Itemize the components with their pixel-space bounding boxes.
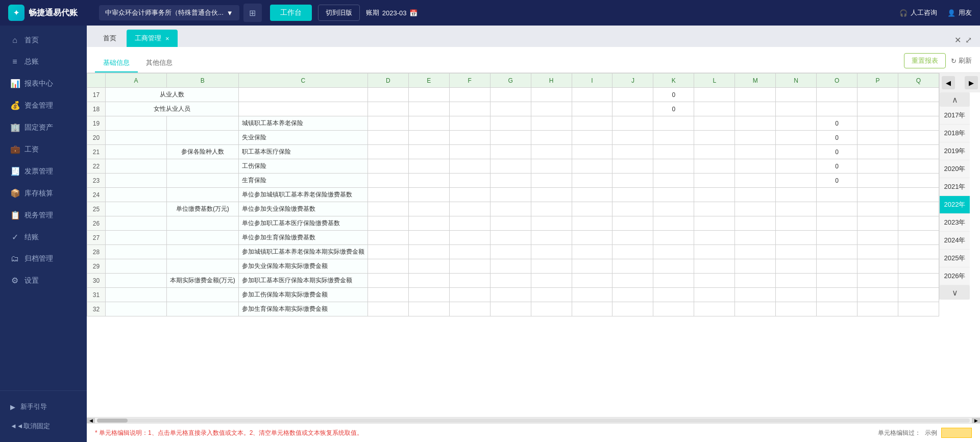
cell-30-q[interactable] [898,274,939,288]
cell-25-p[interactable] [857,202,898,216]
cell-27-q[interactable] [898,231,939,245]
cell-21-d[interactable] [368,145,408,159]
cell-24-f[interactable] [449,188,490,202]
close-panel-button[interactable]: ✕ [954,35,961,45]
sidebar-item-reports[interactable]: 📊 报表中心 [0,72,87,94]
cell-31-f[interactable] [449,288,490,302]
cell-20-d[interactable] [368,131,408,145]
year-scroll-down-button[interactable]: ∨ [940,285,970,300]
cell-32-l[interactable] [694,302,735,316]
cell-27-n[interactable] [776,231,817,245]
year-item-2018[interactable]: 2018年 [940,125,970,142]
cell-25-e[interactable] [408,202,449,216]
cell-22-d[interactable] [368,159,408,174]
cell-23-f[interactable] [449,174,490,188]
cell-19-i[interactable] [572,116,612,131]
old-version-button[interactable]: 切到旧版 [318,5,360,21]
cell-22-q[interactable] [898,159,939,174]
reset-report-button[interactable]: 重置报表 [904,53,946,68]
cell-21-g[interactable] [490,145,531,159]
cell-30-g[interactable] [490,274,531,288]
cell-28-e[interactable] [408,245,449,259]
cell-23-i[interactable] [572,174,612,188]
cell-26-q[interactable] [898,216,939,231]
cell-29-g[interactable] [490,259,531,274]
cell-24-g[interactable] [490,188,531,202]
cell-30-e[interactable] [408,274,449,288]
cell-25-a[interactable] [105,202,166,216]
cell-31-q[interactable] [898,288,939,302]
cell-22-j[interactable] [612,159,653,174]
cell-27-e[interactable] [408,231,449,245]
cell-22-a[interactable] [105,159,166,174]
cell-20-c[interactable]: 失业保险 [238,131,368,145]
cell-23-e[interactable] [408,174,449,188]
cell-18-d[interactable] [368,102,408,116]
year-item-2023[interactable]: 2023年 [940,214,970,232]
cell-23-h[interactable] [531,174,572,188]
cell-24-e[interactable] [408,188,449,202]
cell-17-n[interactable] [776,88,817,102]
cell-24-l[interactable] [694,188,735,202]
cell-19-g[interactable] [490,116,531,131]
cell-20-n[interactable] [776,131,817,145]
cell-19-l[interactable] [694,116,735,131]
cell-30-c[interactable]: 参加职工基本医疗保险本期实际缴费金额 [238,274,368,288]
cell-24-a[interactable] [105,188,166,202]
cell-31-a[interactable] [105,288,166,302]
cell-24-n[interactable] [776,188,817,202]
cell-20-j[interactable] [612,131,653,145]
cell-22-f[interactable] [449,159,490,174]
sidebar-item-assets[interactable]: 🏢 固定资产 [0,116,87,138]
cell-28-j[interactable] [612,245,653,259]
cell-17-a[interactable]: 从业人数 [105,88,238,102]
cell-19-d[interactable] [368,116,408,131]
cell-31-b[interactable] [166,288,238,302]
cell-18-k[interactable]: 0 [653,102,694,116]
cell-28-m[interactable] [735,245,776,259]
cell-30-d[interactable] [368,274,408,288]
sidebar-item-settings[interactable]: ⚙ 设置 [0,269,87,291]
cell-24-i[interactable] [572,188,612,202]
cell-20-f[interactable] [449,131,490,145]
sidebar-item-inventory[interactable]: 📦 库存核算 [0,182,87,204]
expand-panel-button[interactable]: ⤢ [965,35,972,45]
cell-32-o[interactable] [817,302,857,316]
cell-30-l[interactable] [694,274,735,288]
cell-28-o[interactable] [817,245,857,259]
cell-29-b[interactable] [166,259,238,274]
cell-20-i[interactable] [572,131,612,145]
cell-26-k[interactable] [653,216,694,231]
cell-17-m[interactable] [735,88,776,102]
cell-26-j[interactable] [612,216,653,231]
cell-25-b[interactable]: 单位缴费基数(万元) [166,202,238,216]
tab-home[interactable]: 首页 [95,30,125,47]
cell-19-e[interactable] [408,116,449,131]
horizontal-scrollbar[interactable]: ◀ ▶ [87,417,980,423]
cell-26-c[interactable]: 单位参加职工基本医疗保险缴费基数 [238,216,368,231]
cell-18-n[interactable] [776,102,817,116]
cell-22-i[interactable] [572,159,612,174]
cell-29-l[interactable] [694,259,735,274]
cell-32-i[interactable] [572,302,612,316]
cell-17-g[interactable] [490,88,531,102]
cell-28-a[interactable] [105,245,166,259]
year-item-2021[interactable]: 2021年 [940,178,970,196]
cell-29-e[interactable] [408,259,449,274]
cell-27-i[interactable] [572,231,612,245]
cell-32-p[interactable] [857,302,898,316]
cell-23-c[interactable]: 生育保险 [238,174,368,188]
cell-21-l[interactable] [694,145,735,159]
cell-29-h[interactable] [531,259,572,274]
cell-23-j[interactable] [612,174,653,188]
cell-32-m[interactable] [735,302,776,316]
cell-30-o[interactable] [817,274,857,288]
cell-29-q[interactable] [898,259,939,274]
cell-25-l[interactable] [694,202,735,216]
cell-28-q[interactable] [898,245,939,259]
cell-27-g[interactable] [490,231,531,245]
cell-21-k[interactable] [653,145,694,159]
cell-25-g[interactable] [490,202,531,216]
cell-31-n[interactable] [776,288,817,302]
cancel-fix-button[interactable]: ◄◄取消固定 [0,416,87,436]
